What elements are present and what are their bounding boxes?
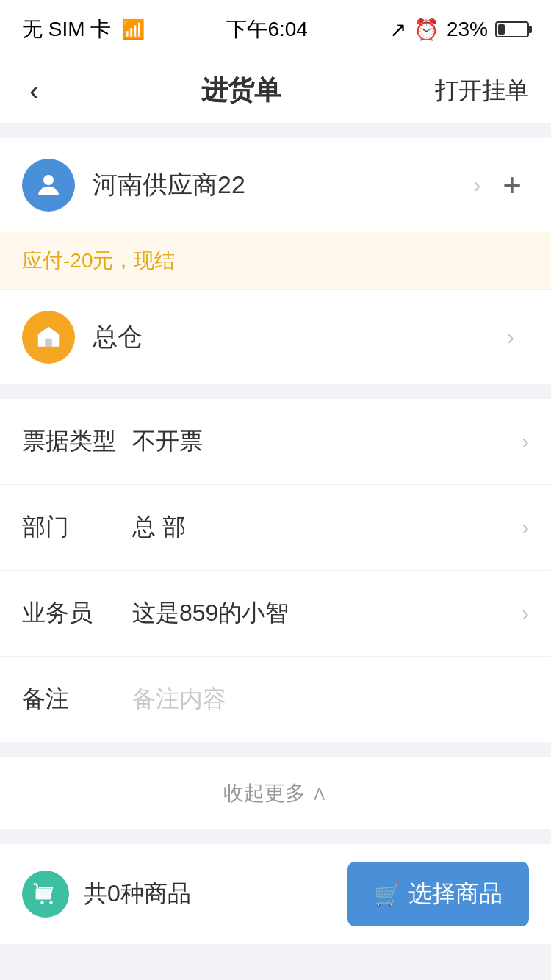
product-bar: 共0种商品 🛒 选择商品 (0, 844, 551, 944)
person-icon (33, 170, 64, 201)
svg-point-3 (40, 901, 44, 905)
page-title: 进货单 (201, 73, 281, 109)
svg-rect-1 (45, 339, 52, 347)
alarm-icon: ⏰ (414, 18, 439, 42)
dept-label: 部门 (22, 511, 118, 544)
supplier-avatar (22, 159, 75, 212)
open-pending-button[interactable]: 打开挂单 (435, 75, 529, 107)
note-label: 备注 (22, 683, 118, 716)
salesman-row[interactable]: 业务员 这是859的小智 › (0, 571, 551, 657)
supplier-row[interactable]: 河南供应商22 › + (0, 138, 551, 232)
supplier-chevron-icon: › (473, 173, 480, 198)
product-icon-wrap (22, 871, 69, 918)
battery-percent: 23% (447, 18, 488, 41)
warehouse-name: 总仓 (93, 320, 507, 354)
status-right: ↗ ⏰ 23% (389, 18, 529, 42)
collapse-label: 收起更多 ∧ (223, 779, 328, 807)
form-section: 票据类型 不开票 › 部门 总 部 › 业务员 这是859的小智 › 备注 备注… (0, 399, 551, 742)
time-text: 下午6:04 (226, 15, 308, 43)
notice-banner: 应付-20元，现结 (0, 232, 551, 289)
invoice-value: 不开票 (132, 425, 522, 458)
note-placeholder[interactable]: 备注内容 (132, 683, 529, 716)
note-row[interactable]: 备注 备注内容 (0, 657, 551, 742)
carrier-text: 无 SIM 卡 (22, 15, 111, 43)
supplier-section: 河南供应商22 › + 应付-20元，现结 总仓 › (0, 138, 551, 384)
cart-icon (32, 881, 59, 907)
warehouse-row[interactable]: 总仓 › (0, 289, 551, 384)
dept-chevron-icon: › (522, 515, 529, 540)
svg-point-0 (43, 175, 54, 185)
status-left: 无 SIM 卡 📶 (22, 15, 145, 43)
salesman-chevron-icon: › (522, 601, 529, 626)
svg-point-4 (49, 901, 53, 905)
dept-value: 总 部 (132, 511, 522, 544)
nav-bar: ‹ 进货单 打开挂单 (0, 59, 551, 123)
invoice-label: 票据类型 (22, 425, 118, 458)
salesman-label: 业务员 (22, 597, 118, 630)
invoice-chevron-icon: › (522, 429, 529, 454)
notice-text: 应付-20元，现结 (22, 249, 175, 272)
location-icon: ↗ (389, 18, 406, 42)
warehouse-icon (35, 323, 62, 351)
select-product-button[interactable]: 🛒 选择商品 (347, 862, 529, 926)
collapse-button[interactable]: 收起更多 ∧ (0, 757, 551, 829)
product-count: 共0种商品 (84, 878, 347, 910)
warehouse-icon-wrap (22, 311, 75, 364)
select-cart-icon: 🛒 (374, 882, 401, 907)
salesman-value: 这是859的小智 (132, 597, 522, 630)
dept-row[interactable]: 部门 总 部 › (0, 485, 551, 571)
select-product-label: 选择商品 (408, 878, 503, 910)
supplier-name: 河南供应商22 (93, 168, 473, 202)
status-bar: 无 SIM 卡 📶 下午6:04 ↗ ⏰ 23% (0, 0, 551, 59)
back-button[interactable]: ‹ (22, 67, 46, 115)
invoice-row[interactable]: 票据类型 不开票 › (0, 399, 551, 485)
warehouse-chevron-icon: › (507, 325, 514, 350)
wifi-icon: 📶 (121, 18, 145, 41)
battery-icon (495, 21, 529, 37)
section-gap-1 (0, 123, 551, 138)
add-supplier-button[interactable]: + (495, 167, 529, 203)
